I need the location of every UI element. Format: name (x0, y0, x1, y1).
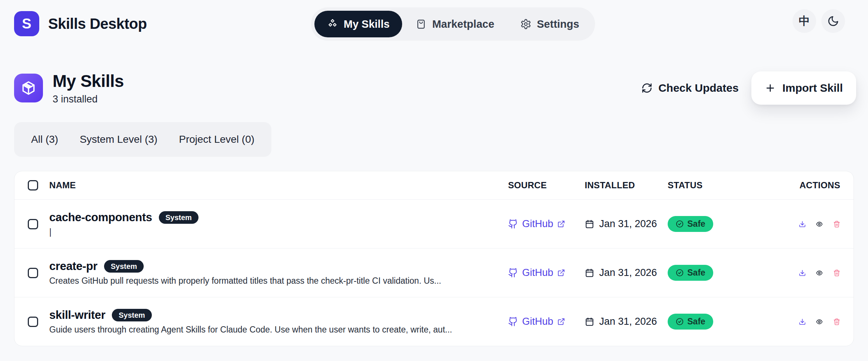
nav-tab-label: Settings (537, 18, 579, 30)
moon-icon (827, 15, 839, 27)
skills-table: NAME SOURCE INSTALLED STATUS ACTIONS cac… (14, 171, 854, 346)
table-row: cache-components System | GitHub Jan 31,… (14, 199, 854, 248)
skill-name: cache-components (49, 211, 152, 224)
installed-cell: Jan 31, 2026 (585, 316, 668, 327)
column-header-installed: INSTALLED (585, 180, 668, 190)
app-logo: S (14, 11, 39, 36)
calendar-icon (585, 317, 594, 327)
download-icon[interactable] (799, 267, 806, 279)
source-label: GitHub (522, 267, 553, 279)
name-cell: create-pr System Creates GitHub pull req… (49, 260, 508, 286)
external-link-icon (557, 220, 565, 228)
status-label: Safe (687, 220, 705, 228)
check-circle-icon (675, 220, 684, 228)
page-title: My Skills (53, 71, 124, 91)
trash-icon[interactable] (833, 267, 840, 279)
column-header-source: SOURCE (508, 180, 585, 190)
source-label: GitHub (522, 316, 553, 327)
page-header-actions: Check Updates Import Skill (632, 71, 856, 105)
import-skill-button[interactable]: Import Skill (751, 71, 856, 105)
nav-tab-label: My Skills (344, 18, 390, 30)
top-bar: S Skills Desktop My Skills Marketplace S… (0, 0, 868, 48)
github-link[interactable]: GitHub (508, 316, 585, 327)
skill-name: skill-writer (49, 308, 105, 322)
check-updates-label: Check Updates (658, 82, 739, 94)
installed-cell: Jan 31, 2026 (585, 267, 668, 279)
status-badge: Safe (668, 265, 713, 281)
download-icon[interactable] (799, 219, 806, 230)
actions-cell (799, 267, 840, 279)
nav-tab-settings[interactable]: Settings (508, 11, 592, 37)
status-badge: Safe (668, 314, 713, 330)
table-row: create-pr System Creates GitHub pull req… (14, 248, 854, 297)
package-tile (14, 74, 43, 102)
row-checkbox[interactable] (28, 219, 38, 229)
row-checkbox[interactable] (28, 317, 38, 327)
external-link-icon (557, 318, 565, 325)
github-link[interactable]: GitHub (508, 218, 585, 230)
column-header-actions: ACTIONS (799, 180, 840, 190)
gear-icon (520, 18, 531, 30)
name-cell: cache-components System | (49, 211, 508, 237)
github-icon (508, 317, 518, 327)
select-all-checkbox[interactable] (28, 180, 38, 190)
shopping-bag-icon (415, 18, 427, 30)
system-badge: System (112, 309, 151, 321)
system-badge: System (159, 211, 198, 224)
status-label: Safe (687, 317, 705, 326)
github-icon (508, 219, 518, 229)
system-badge: System (104, 260, 144, 273)
plus-icon (765, 82, 776, 94)
filter-bar: All (3) System Level (3) Project Level (… (14, 122, 271, 157)
external-link-icon (557, 269, 565, 277)
nav-tab-my-skills[interactable]: My Skills (314, 11, 402, 37)
topbar-actions: 中 (792, 9, 845, 33)
import-skill-label: Import Skill (782, 82, 843, 94)
trash-icon[interactable] (833, 316, 840, 327)
nav-tab-label: Marketplace (432, 18, 494, 30)
package-icon (20, 80, 37, 96)
status-badge: Safe (668, 216, 713, 232)
eye-icon[interactable] (816, 316, 823, 327)
download-icon[interactable] (799, 316, 806, 327)
theme-toggle-button[interactable] (821, 9, 845, 33)
check-updates-button[interactable]: Check Updates (632, 74, 748, 102)
skill-description: | (49, 227, 497, 237)
nav-tab-marketplace[interactable]: Marketplace (403, 11, 507, 37)
filter-tab-system-level[interactable]: System Level (3) (80, 134, 157, 145)
app-title: Skills Desktop (48, 16, 147, 32)
skill-description: Guide users through creating Agent Skill… (49, 325, 497, 335)
eye-icon[interactable] (816, 219, 823, 230)
actions-cell (799, 316, 840, 327)
table-header-row: NAME SOURCE INSTALLED STATUS ACTIONS (14, 171, 854, 199)
column-header-name: NAME (49, 180, 508, 190)
check-circle-icon (675, 269, 684, 277)
trash-icon[interactable] (833, 219, 840, 230)
installed-date: Jan 31, 2026 (599, 218, 657, 230)
github-link[interactable]: GitHub (508, 267, 585, 279)
github-icon (508, 268, 518, 278)
status-cell: Safe (668, 314, 799, 330)
eye-icon[interactable] (816, 267, 823, 279)
installed-date: Jan 31, 2026 (599, 316, 657, 327)
page-title-block: My Skills 3 installed (53, 71, 124, 105)
name-cell: skill-writer System Guide users through … (49, 308, 508, 335)
main-nav: My Skills Marketplace Settings (311, 7, 595, 41)
status-cell: Safe (668, 265, 799, 281)
column-header-status: STATUS (668, 180, 799, 190)
filter-tab-all[interactable]: All (3) (31, 134, 58, 145)
row-checkbox[interactable] (28, 268, 38, 278)
installed-date: Jan 31, 2026 (599, 267, 657, 279)
status-cell: Safe (668, 216, 799, 232)
page-header-left: My Skills 3 installed (14, 71, 124, 105)
calendar-icon (585, 268, 594, 278)
table-row: skill-writer System Guide users through … (14, 297, 854, 346)
installed-cell: Jan 31, 2026 (585, 218, 668, 230)
skill-name: create-pr (49, 260, 97, 273)
language-icon: 中 (799, 14, 810, 29)
language-toggle-button[interactable]: 中 (792, 9, 816, 33)
page-header: My Skills 3 installed Check Updates Impo… (0, 48, 868, 105)
brand: S Skills Desktop (14, 11, 147, 36)
filter-tab-project-level[interactable]: Project Level (0) (179, 134, 254, 145)
calendar-icon (585, 219, 594, 229)
